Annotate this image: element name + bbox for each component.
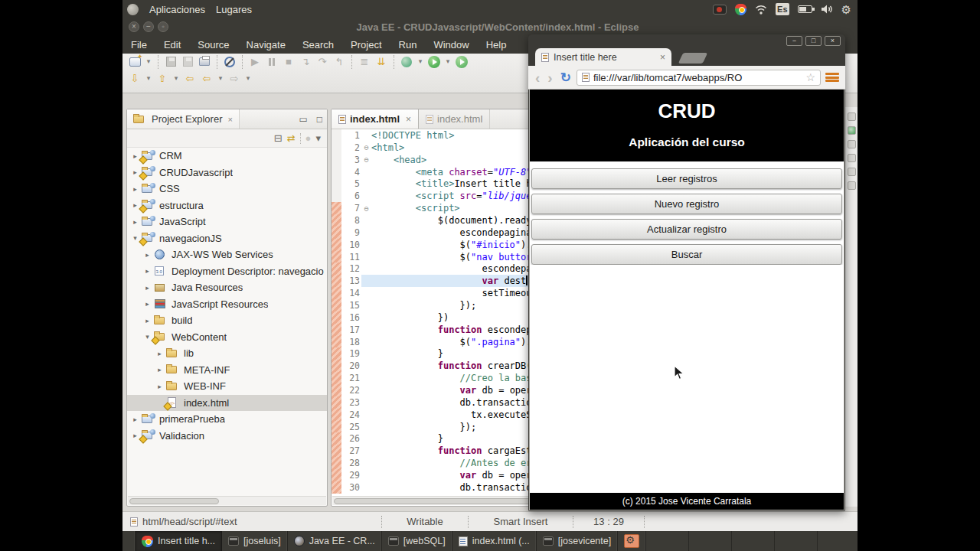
tree-item-navegacionjs[interactable]: ▾navegacionJS: [127, 230, 327, 247]
mark-occurrences-icon[interactable]: ≣: [357, 54, 372, 70]
fold-marker-icon[interactable]: ⊖: [361, 155, 371, 164]
retarget-icon[interactable]: ⇊: [374, 54, 389, 70]
save-icon[interactable]: [163, 54, 178, 70]
address-bar[interactable]: file:///var/lib/tomcat7/webapps/RO ☆: [577, 70, 821, 86]
previous-annotation-dropdown-icon[interactable]: ▾: [172, 70, 181, 86]
browser-close-button[interactable]: ×: [825, 36, 841, 46]
link-with-editor-icon[interactable]: ⇄: [287, 132, 296, 144]
task-list-view-icon[interactable]: [848, 154, 856, 162]
menu-help[interactable]: Help: [478, 37, 515, 52]
fold-marker-icon[interactable]: ⊖: [361, 204, 371, 213]
forward-history-icon[interactable]: ⇨: [227, 70, 242, 86]
menu-file[interactable]: File: [122, 37, 155, 52]
back-history-dropdown-icon[interactable]: ▾: [216, 70, 225, 86]
tree-item-webcontent[interactable]: ▾WebContent: [127, 329, 327, 346]
last-edit-location-icon[interactable]: ⇩: [127, 70, 142, 86]
view-menu-icon[interactable]: ▾: [315, 132, 321, 144]
url-text[interactable]: file:///var/lib/tomcat7/webapps/RO: [593, 72, 802, 83]
tree-expand-arrow-icon[interactable]: ▸: [142, 300, 152, 308]
tree-expand-arrow-icon[interactable]: ▸: [142, 284, 152, 292]
taskbar-item-java-ee-cr-[interactable]: Java EE - CR...: [288, 531, 382, 551]
session-gear-icon[interactable]: ⚙: [841, 4, 851, 15]
menu-navigate[interactable]: Navigate: [238, 37, 294, 52]
tree-item-css[interactable]: ▸CSS: [127, 181, 327, 197]
print-icon[interactable]: [197, 54, 212, 70]
outline-view-icon[interactable]: [848, 140, 856, 148]
tree-item-javascript-resources[interactable]: ▸JavaScript Resources: [127, 296, 327, 313]
collapse-all-icon[interactable]: ⊟: [274, 132, 283, 144]
tree-item-crm[interactable]: ▸CRM: [127, 148, 327, 165]
resume-icon[interactable]: ▶: [247, 54, 263, 70]
tree-expand-arrow-icon[interactable]: ▸: [155, 383, 165, 390]
project-explorer-close-icon[interactable]: ×: [227, 115, 232, 124]
tree-item-estructura[interactable]: ▸estructura: [127, 197, 327, 214]
server-view-icon[interactable]: [848, 126, 856, 135]
places-menu[interactable]: Lugares: [216, 4, 252, 15]
taskbar-item-index-html-[interactable]: index.html (...: [452, 531, 537, 551]
new-tab-button[interactable]: [678, 53, 708, 64]
taskbar-item-workspace-switcher[interactable]: [122, 531, 136, 551]
editor-tab-0[interactable]: index.html×: [332, 109, 419, 129]
last-edit-dropdown-icon[interactable]: ▾: [144, 70, 153, 86]
run-dropdown-icon[interactable]: ▾: [443, 54, 452, 70]
tree-item-build[interactable]: ▸build: [127, 312, 327, 329]
browser-maximize-button[interactable]: □: [805, 36, 822, 46]
restore-view-icon[interactable]: [848, 112, 856, 121]
taskbar-item--websql-[interactable]: [webSQL]: [382, 531, 452, 551]
editor-tab-close-icon[interactable]: ×: [406, 114, 411, 125]
tree-expand-arrow-icon[interactable]: ▸: [130, 218, 140, 226]
tree-expand-arrow-icon[interactable]: ▸: [142, 251, 152, 259]
applications-menu[interactable]: Aplicaciones: [149, 4, 205, 15]
tree-expand-arrow-icon[interactable]: ▸: [130, 185, 140, 193]
focus-working-set-icon[interactable]: ●: [305, 132, 312, 144]
step-into-icon[interactable]: ↴: [298, 54, 313, 70]
taskbar-item-recorder[interactable]: [618, 531, 646, 551]
tree-item-meta-inf[interactable]: ▸META-INF: [127, 362, 327, 379]
menu-source[interactable]: Source: [189, 37, 237, 52]
project-explorer-tab[interactable]: Project Explorer ×: [127, 109, 240, 129]
page-button-nuevo-registro[interactable]: Nuevo registro: [531, 194, 842, 214]
explorer-horizontal-scrollbar[interactable]: [128, 496, 326, 505]
battery-icon[interactable]: [798, 5, 812, 13]
eclipse-maximize-button[interactable]: ◦: [158, 21, 168, 32]
browser-menu-icon[interactable]: [825, 72, 839, 83]
keyboard-layout-indicator[interactable]: Es: [776, 3, 789, 15]
tree-item-web-inf[interactable]: ▸WEB-INF: [127, 378, 327, 395]
external-tools-icon[interactable]: [454, 54, 469, 70]
volume-icon[interactable]: [821, 4, 833, 15]
page-button-leer-registros[interactable]: Leer registros: [531, 168, 842, 189]
wifi-icon[interactable]: [755, 5, 767, 15]
browser-tab[interactable]: Insert title here ×: [535, 48, 671, 66]
forward-history-dropdown-icon[interactable]: ▾: [243, 70, 253, 86]
palette-view-icon[interactable]: [848, 181, 856, 190]
skip-breakpoints-icon[interactable]: [222, 54, 237, 70]
tree-expand-arrow-icon[interactable]: ▸: [155, 350, 165, 357]
tree-item-index-html[interactable]: index.html: [127, 395, 327, 412]
tree-item-validacion[interactable]: ▸Validacion: [127, 428, 327, 445]
save-all-icon[interactable]: [180, 54, 195, 70]
fold-marker-icon[interactable]: ⊖: [361, 143, 371, 152]
page-button-actualizar-registro[interactable]: Actualizar registro: [531, 219, 842, 240]
explorer-maximize-icon[interactable]: □: [312, 114, 327, 125]
tree-expand-arrow-icon[interactable]: ▸: [142, 317, 152, 324]
menu-window[interactable]: Window: [425, 37, 477, 52]
chrome-tray-icon[interactable]: [735, 4, 746, 15]
menu-run[interactable]: Run: [390, 37, 426, 52]
tab-close-icon[interactable]: ×: [660, 52, 665, 63]
taskbar-item--josevicente-[interactable]: [josevicente]: [537, 531, 618, 551]
forward-icon[interactable]: ›: [545, 70, 554, 85]
tree-expand-arrow-icon[interactable]: ▸: [130, 416, 140, 423]
tree-item-deployment-descriptor-navegacio[interactable]: ▸Deployment Descriptor: navegacio: [127, 263, 327, 280]
explorer-minimize-icon[interactable]: ▭: [294, 114, 312, 125]
back-icon[interactable]: ‹: [533, 70, 542, 85]
run-icon[interactable]: [426, 54, 442, 70]
snippets-view-icon[interactable]: [848, 168, 856, 176]
new-wizard-icon[interactable]: [127, 54, 142, 70]
tree-expand-arrow-icon[interactable]: ▸: [142, 267, 152, 275]
browser-minimize-button[interactable]: −: [786, 36, 802, 46]
eclipse-close-button[interactable]: ×: [129, 21, 139, 32]
back-history-star-icon[interactable]: ⇦: [182, 70, 198, 86]
back-history-icon[interactable]: ⇦: [199, 70, 214, 86]
previous-annotation-icon[interactable]: ⇧: [155, 70, 170, 86]
tree-item-javascript[interactable]: ▸JavaScript: [127, 214, 327, 230]
